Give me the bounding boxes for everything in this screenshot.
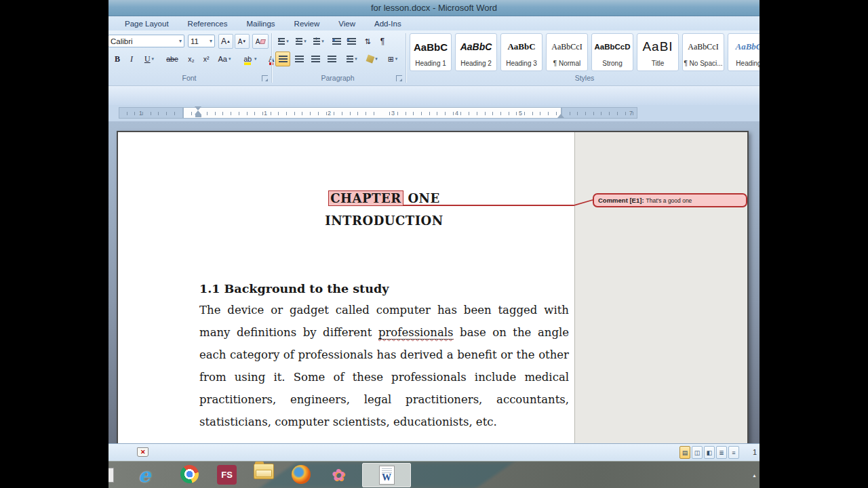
- zoom-level-partial: 1: [753, 448, 757, 456]
- document-page[interactable]: CHAPTER ONE INTRODUCTION 1.1 Background …: [117, 131, 749, 443]
- multilevel-list-button[interactable]: ⋮: [311, 34, 327, 49]
- web-layout-view-button[interactable]: ◧: [704, 446, 715, 459]
- style-sample: AaBbC: [501, 34, 542, 60]
- ribbon-tab-bar: Page LayoutReferencesMailingsReviewViewA…: [108, 16, 760, 30]
- clear-formatting-button[interactable]: A: [252, 34, 269, 49]
- taskbar-icon-firefox[interactable]: [292, 465, 311, 484]
- bullet-list-icon: •: [278, 38, 285, 45]
- change-case-icon: Aa: [218, 55, 227, 63]
- underlined-word: professionals: [378, 326, 454, 340]
- underline-button[interactable]: U: [140, 52, 159, 66]
- ruler-left-margin: [119, 107, 183, 119]
- numbering-button[interactable]: 1: [293, 34, 309, 49]
- bold-button[interactable]: B: [111, 52, 123, 66]
- first-line-indent-marker[interactable]: [195, 106, 201, 117]
- line-spacing-icon: ↕: [347, 56, 353, 62]
- line-spacing-button[interactable]: ↕: [343, 52, 361, 66]
- ruler-number: 3: [391, 110, 395, 117]
- style-label: ¶ No Spaci...: [683, 60, 724, 70]
- paragraph-dialog-launcher[interactable]: [396, 75, 402, 81]
- align-left-icon: [279, 56, 288, 62]
- style-card-normal[interactable]: AaBbCcI¶ Normal: [546, 33, 588, 71]
- outline-view-button[interactable]: ≣: [716, 446, 727, 459]
- proofing-errors-icon[interactable]: [137, 447, 149, 457]
- taskbar-icon-fs-app[interactable]: FS: [217, 465, 237, 485]
- tab-view[interactable]: View: [329, 18, 365, 29]
- taskbar-icon-taskbar-item-cropped[interactable]: [108, 468, 114, 483]
- paragraph-group-label: Paragraph: [271, 74, 404, 83]
- ribbon: Calibri 11 A▲ A▼ A B I U abe x₂ x² Aa: [108, 30, 760, 86]
- borders-button[interactable]: ⊞: [384, 52, 401, 66]
- shading-button[interactable]: [363, 52, 381, 66]
- style-label: Heading 3: [501, 60, 542, 70]
- tab-review[interactable]: Review: [285, 18, 330, 29]
- horizontal-ruler: 1123457: [108, 105, 760, 121]
- shrink-font-button[interactable]: A▼: [235, 34, 250, 49]
- tab-references[interactable]: References: [178, 18, 237, 29]
- ruler-text-area: [183, 107, 561, 119]
- font-name-combo[interactable]: Calibri: [108, 35, 184, 47]
- grow-font-icon: A: [221, 37, 226, 46]
- highlighter-icon: ab: [242, 55, 253, 63]
- draft-view-button[interactable]: ≡: [728, 446, 739, 459]
- style-card-heading-2[interactable]: AaBbCHeading 2: [455, 33, 497, 71]
- style-card-heading-3[interactable]: AaBbCHeading 3: [500, 33, 542, 71]
- window-titlebar[interactable]: for lesson.docx - Microsoft Word: [108, 0, 760, 16]
- print-layout-view-button[interactable]: ▤: [679, 446, 690, 459]
- italic-button[interactable]: I: [126, 52, 137, 66]
- show-hide-pilcrow-button[interactable]: ¶: [376, 34, 389, 49]
- superscript-icon: x²: [203, 55, 210, 63]
- text-highlight-button[interactable]: ab: [239, 52, 260, 66]
- decrease-indent-button[interactable]: ◂: [330, 34, 343, 49]
- taskbar-icon-media-app[interactable]: ✿: [328, 465, 349, 485]
- style-sample: AaBbCcI: [547, 34, 587, 60]
- grow-font-button[interactable]: A▲: [218, 34, 233, 49]
- style-card-strong[interactable]: AaBbCcDStrong: [591, 33, 633, 71]
- increase-indent-button[interactable]: ▸: [344, 34, 358, 49]
- tab-page-layout[interactable]: Page Layout: [115, 18, 178, 29]
- align-left-button[interactable]: [275, 52, 290, 66]
- justify-button[interactable]: [324, 52, 339, 66]
- ruler-number: 1: [264, 110, 267, 117]
- comment-balloon[interactable]: Comment [E1]: That's a good one: [593, 193, 747, 207]
- change-case-button[interactable]: Aa: [214, 52, 235, 66]
- taskbar-icon-show-hidden-icons[interactable]: ▲: [752, 473, 757, 478]
- sort-button[interactable]: ⇅: [361, 34, 374, 49]
- style-sample: AaBbC: [456, 34, 496, 60]
- strikethrough-button[interactable]: abe: [163, 52, 182, 66]
- font-dialog-launcher[interactable]: [262, 75, 268, 81]
- align-center-button[interactable]: [292, 52, 307, 66]
- word-w-glyph: W: [382, 472, 391, 483]
- styles-gallery: AaBbCHeading 1AaBbCHeading 2AaBbCHeading…: [410, 33, 770, 71]
- tab-add-ins[interactable]: Add-Ins: [365, 18, 411, 29]
- ruler-number: 7: [629, 110, 633, 117]
- style-card-no-spaci[interactable]: AaBbCcI¶ No Spaci...: [682, 33, 724, 71]
- taskbar-icon-internet-explorer[interactable]: e: [134, 465, 155, 485]
- style-label: Heading 2: [456, 60, 496, 70]
- decrease-indent-icon: ◂: [332, 38, 341, 45]
- align-right-button[interactable]: [308, 52, 323, 66]
- tab-mailings[interactable]: Mailings: [237, 18, 284, 29]
- style-sample: AaBbCcI: [683, 34, 724, 60]
- taskbar-icon-windows-explorer[interactable]: [254, 464, 274, 479]
- style-card-title[interactable]: AaBITitle: [637, 33, 679, 71]
- heading-text: ONE: [403, 191, 440, 205]
- ruler-number: 1: [139, 110, 142, 117]
- subscript-button[interactable]: x₂: [184, 52, 198, 66]
- numbered-list-icon: 1: [296, 38, 302, 45]
- full-screen-reading-view-button[interactable]: ◫: [692, 446, 703, 459]
- ruler-right-margin: [561, 107, 637, 119]
- introduction-heading: INTRODUCTION: [199, 214, 569, 228]
- right-indent-marker[interactable]: [557, 114, 564, 118]
- style-label: Title: [637, 60, 678, 70]
- bullets-button[interactable]: •: [275, 34, 292, 49]
- superscript-button[interactable]: x²: [199, 52, 213, 66]
- ruler-number: 5: [519, 110, 522, 117]
- style-card-heading-1[interactable]: AaBbCHeading 1: [410, 33, 452, 71]
- taskbar-icon-ms-word[interactable]: W: [362, 463, 411, 487]
- comment-label: Comment [E1]:: [598, 197, 644, 204]
- font-size-combo[interactable]: 11: [188, 35, 215, 47]
- taskbar-icon-chrome[interactable]: [180, 465, 199, 483]
- comment-margin-pane: [574, 132, 747, 443]
- align-right-icon: [311, 56, 320, 62]
